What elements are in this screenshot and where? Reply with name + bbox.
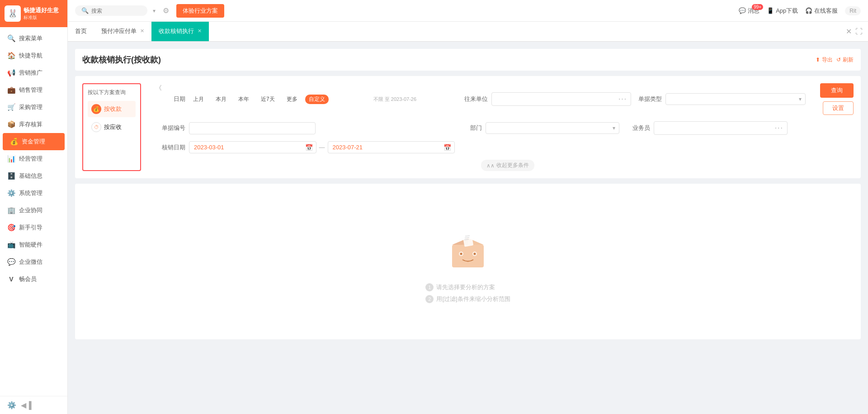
inventory-icon: 📦 xyxy=(7,120,15,128)
writeoff-date-end-wrap: 📅 xyxy=(328,141,455,153)
message-badge: 99+ xyxy=(752,4,763,10)
marketing-icon: 📢 xyxy=(7,69,15,77)
collapse-more-button[interactable]: ∧∧ 收起更多条件 xyxy=(481,160,534,171)
doctype-chevron-icon: ▾ xyxy=(799,96,802,102)
sidebar-item-label: 采购管理 xyxy=(19,103,42,111)
salesperson-select[interactable]: ··· xyxy=(654,121,788,135)
search-input[interactable] xyxy=(91,8,127,14)
logo-title: 畅捷通好生意 xyxy=(24,6,59,14)
tabbar: 首页 预付冲应付单 ✕ 收款核销执行 ✕ ✕ ⛶ xyxy=(68,22,868,42)
filter-option-label: 按收款 xyxy=(104,105,122,113)
sidebar-collapse-icon[interactable]: ◀▐ xyxy=(21,401,31,409)
filter-collapse-icon[interactable]: 《 xyxy=(156,84,162,92)
counterparty-select[interactable]: ··· xyxy=(491,92,632,106)
sidebar-item-enterprise[interactable]: 🏢 企业协同 xyxy=(0,202,67,219)
sidebar-item-finance[interactable]: 💰 资金管理 xyxy=(3,133,65,150)
doctype-select[interactable]: ▾ xyxy=(665,93,806,105)
salesperson-field: 业务员 ··· xyxy=(627,121,788,135)
user-avatar[interactable]: Rit xyxy=(845,6,861,15)
filter-actions: 查询 设置 xyxy=(813,83,854,115)
counterparty-field: 往来单位 ··· xyxy=(464,92,632,106)
topbar-gear-icon[interactable]: ⚙ xyxy=(163,6,169,15)
counterparty-more-icon[interactable]: ··· xyxy=(618,95,627,103)
sidebar-item-label: 经营管理 xyxy=(19,155,42,163)
search-icon: 🔍 xyxy=(7,34,15,43)
tab-collection[interactable]: 收款核销执行 ✕ xyxy=(151,22,209,41)
sidebar-item-label: 营销推广 xyxy=(19,69,42,77)
tab-prepay[interactable]: 预付冲应付单 ✕ xyxy=(94,22,151,41)
doctype-field: 单据类型 ▾ xyxy=(638,93,806,105)
system-icon: ⚙️ xyxy=(7,189,15,197)
sidebar-item-guide[interactable]: 🎯 新手引导 xyxy=(0,219,67,236)
tab-collection-close-icon[interactable]: ✕ xyxy=(198,28,202,34)
sidebar-item-marketing[interactable]: 📢 营销推广 xyxy=(0,64,67,81)
quick-date-more[interactable]: 更多 xyxy=(283,94,302,105)
service-button[interactable]: 🎧 在线客服 xyxy=(805,7,838,15)
empty-step1-text: 请先选择要分析的方案 xyxy=(436,283,495,291)
date-nolimit-text: 不限 至 2023-07-26 xyxy=(373,96,416,102)
sidebar-item-label: 快捷导航 xyxy=(19,52,42,60)
sidebar-item-purchase[interactable]: 🛒 采购管理 xyxy=(0,99,67,116)
sidebar-item-shortcut[interactable]: 🏠 快捷导航 xyxy=(0,47,67,64)
message-button[interactable]: 💬 消息 99+ xyxy=(739,7,760,15)
app-download-button[interactable]: 📱 App下载 xyxy=(767,7,798,15)
writeoff-date-end[interactable] xyxy=(328,141,455,153)
docno-input[interactable] xyxy=(189,122,316,134)
export-button[interactable]: ⬆ 导出 xyxy=(816,56,833,64)
tab-home[interactable]: 首页 xyxy=(68,22,94,41)
refresh-button[interactable]: ↺ 刷新 xyxy=(836,56,854,64)
salesperson-more-icon[interactable]: ··· xyxy=(775,124,783,132)
solution-button[interactable]: 体验行业方案 xyxy=(176,4,224,18)
sidebar-item-label: 资金管理 xyxy=(22,138,45,146)
settings-icon[interactable]: ⚙️ xyxy=(7,401,16,409)
topbar-search[interactable]: 🔍 xyxy=(75,5,147,16)
sidebar-item-inventory[interactable]: 📦 库存核算 xyxy=(0,116,67,133)
enterprise-icon: 🏢 xyxy=(7,206,15,214)
sidebar-item-operations[interactable]: 📊 经营管理 xyxy=(0,150,67,167)
sidebar-item-basic[interactable]: 🗄️ 基础信息 xyxy=(0,167,67,185)
sidebar-nav: 🔍 搜索菜单 🏠 快捷导航 📢 营销推广 💼 销售管理 🛒 采购管理 📦 库存核… xyxy=(0,27,67,396)
quick-dates: 上月 本月 本年 近7天 更多 自定义 xyxy=(189,94,329,105)
tab-home-label: 首页 xyxy=(75,27,87,35)
quick-date-this-month[interactable]: 本月 xyxy=(212,94,231,105)
setting-button[interactable]: 设置 xyxy=(823,101,854,115)
page-title: 收款核销执行(按收款) xyxy=(82,54,161,65)
dropdown-chevron-icon[interactable]: ▾ xyxy=(153,8,156,14)
filter-option-by-collection[interactable]: 💰 按收款 xyxy=(88,101,136,117)
page-header: 收款核销执行(按收款) ⬆ 导出 ↺ 刷新 xyxy=(75,49,861,71)
empty-illustration xyxy=(441,220,495,274)
content-area: 收款核销执行(按收款) ⬆ 导出 ↺ 刷新 按以下方案查询 💰 按收款 xyxy=(68,42,868,414)
sidebar-item-sales[interactable]: 💼 销售管理 xyxy=(0,81,67,99)
tab-prepay-close-icon[interactable]: ✕ xyxy=(140,28,144,34)
tab-fullscreen-icon[interactable]: ⛶ xyxy=(855,28,863,36)
sidebar-item-member[interactable]: V 畅会员 xyxy=(0,271,67,288)
salesperson-label: 业务员 xyxy=(627,124,650,132)
docno-field: 单据编号 xyxy=(162,122,451,134)
empty-svg xyxy=(441,220,495,274)
service-label: 在线客服 xyxy=(814,7,838,15)
query-button[interactable]: 查询 xyxy=(820,83,854,98)
counterparty-label: 往来单位 xyxy=(464,95,488,103)
tab-close-all-icon[interactable]: ✕ xyxy=(846,27,852,36)
tab-prepay-label: 预付冲应付单 xyxy=(101,27,137,35)
sidebar-item-hardware[interactable]: 📺 智能硬件 xyxy=(0,236,67,253)
writeoff-date-start[interactable] xyxy=(189,141,316,153)
department-select[interactable]: ▾ xyxy=(486,122,619,134)
filter-option-by-receivable[interactable]: ⏱ 按应收 xyxy=(88,119,136,135)
docno-label: 单据编号 xyxy=(162,124,185,132)
guide-icon: 🎯 xyxy=(7,224,15,232)
calendar-start-icon[interactable]: 📅 xyxy=(305,144,313,151)
sidebar-item-wechat[interactable]: 💬 企业微信 xyxy=(0,253,67,271)
sidebar-item-label: 搜索菜单 xyxy=(19,34,42,43)
quick-date-7days[interactable]: 近7天 xyxy=(257,94,279,105)
department-label: 部门 xyxy=(458,124,482,132)
quick-date-last-month[interactable]: 上月 xyxy=(189,94,208,105)
calendar-end-icon[interactable]: 📅 xyxy=(443,144,451,151)
custom-date-badge[interactable]: 自定义 xyxy=(305,95,329,104)
filter-panel: 按以下方案查询 💰 按收款 ⏱ 按应收 《 日期 xyxy=(75,76,861,178)
sidebar-item-search[interactable]: 🔍 搜索菜单 xyxy=(0,30,67,47)
receivable-icon: ⏱ xyxy=(91,122,101,132)
quick-date-this-year[interactable]: 本年 xyxy=(234,94,253,105)
sidebar: 🐰 畅捷通好生意 标准版 🔍 搜索菜单 🏠 快捷导航 📢 营销推广 💼 销售管理… xyxy=(0,0,68,414)
sidebar-item-system[interactable]: ⚙️ 系统管理 xyxy=(0,185,67,202)
